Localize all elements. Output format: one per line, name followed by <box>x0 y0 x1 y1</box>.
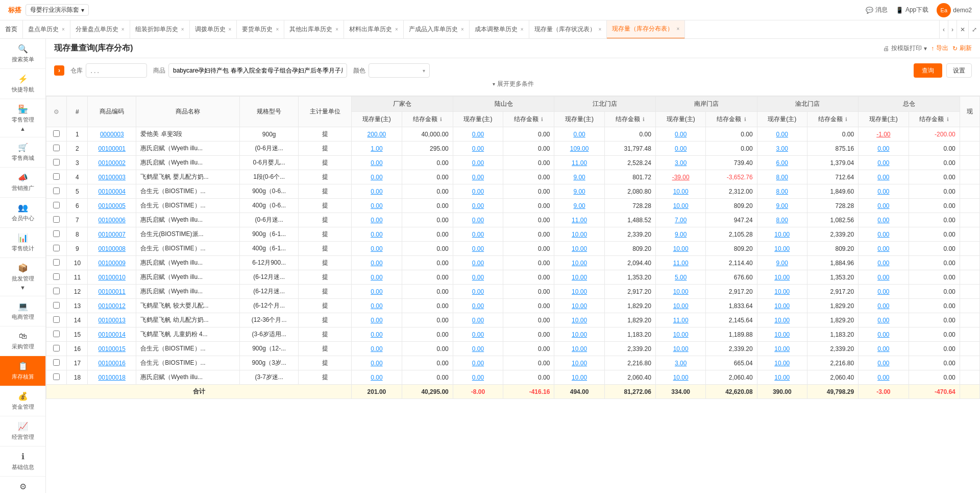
export-btn[interactable]: ↑ 导出 <box>931 44 948 53</box>
sidebar-item-system[interactable]: ⚙ 系统管理 <box>0 477 45 493</box>
tab-order[interactable]: 要货单历史 × <box>237 20 284 39</box>
factory-balance-info-icon[interactable]: ℹ <box>440 116 442 122</box>
cell-jiangbei-stock: 10.00 <box>554 356 604 370</box>
table-row: 5 00100004 合生元（BIOSTIME）... 900g（0-6... … <box>46 184 980 199</box>
expand-more-btn[interactable]: ▾ 展开更多条件 <box>54 78 972 90</box>
logo-text: 标搭 <box>8 6 21 15</box>
tab-stock-record2[interactable]: 分量盘点单历史 × <box>70 20 130 39</box>
cell-checkbox[interactable] <box>46 256 67 270</box>
close-stock-dist-icon[interactable]: × <box>676 26 679 32</box>
close-product-in-icon[interactable]: × <box>461 27 464 32</box>
summary-jiangbei-stock: 494.00 <box>554 385 604 399</box>
cell-checkbox[interactable] <box>46 170 67 184</box>
cell-spec: (6-12个月... <box>239 299 299 313</box>
system-icon: ⚙ <box>19 482 27 491</box>
close-stock-record2-icon[interactable]: × <box>121 27 125 32</box>
close-cost-adjust-icon[interactable]: × <box>521 27 524 32</box>
total-balance-info-icon[interactable]: ℹ <box>947 116 949 122</box>
cell-checkbox[interactable] <box>46 242 67 256</box>
settings-icon[interactable]: ⚙ <box>54 108 59 115</box>
close-stock-record-icon[interactable]: × <box>62 27 65 32</box>
user-area[interactable]: Ea demo2 <box>937 3 972 17</box>
sidebar-item-operation[interactable]: 📈 经营管理 <box>0 416 45 447</box>
cell-checkbox[interactable] <box>46 127 67 142</box>
sidebar-item-finance[interactable]: 💰 资金管理 <box>0 386 45 416</box>
sidebar-item-marketing[interactable]: 📣 营销推广 <box>0 168 45 198</box>
lushan-balance-info-icon[interactable]: ℹ <box>541 116 543 122</box>
sidebar-item-retail-store[interactable]: 🛒 零售商城 <box>0 137 45 168</box>
tab-product-in[interactable]: 产成品入库单历史 × <box>404 20 470 39</box>
tab-other-out[interactable]: 其他出库单历史 × <box>284 20 344 39</box>
jiangbei-balance-info-icon[interactable]: ℹ <box>643 116 645 122</box>
yubei-balance-info-icon[interactable]: ℹ <box>845 116 847 122</box>
cell-checkbox[interactable] <box>46 199 67 213</box>
nanao-balance-info-icon[interactable]: ℹ <box>744 116 746 122</box>
cell-checkbox[interactable] <box>46 184 67 199</box>
sidebar-item-ecommerce[interactable]: 💻 电商管理 <box>0 296 45 326</box>
cell-factory-stock: 0.00 <box>352 313 402 327</box>
tab-assemble[interactable]: 组装折卸单历史 × <box>130 20 190 39</box>
tab-nav-next[interactable]: › <box>948 20 957 39</box>
close-material-out-icon[interactable]: × <box>395 27 398 32</box>
cell-checkbox[interactable] <box>46 370 67 385</box>
search-icon: 🔍 <box>18 44 28 54</box>
tab-stock-dist[interactable]: 现存量（库存分布表） × <box>607 20 685 39</box>
sidebar-item-member[interactable]: 👥 会员中心 <box>0 198 45 228</box>
tab-close-all[interactable]: ✕ <box>957 20 968 39</box>
th-settings[interactable]: ⚙ <box>46 97 67 127</box>
warehouse-input[interactable] <box>86 63 147 78</box>
cell-name: 合生元（BIOSTIME）... <box>136 199 240 213</box>
cell-checkbox[interactable] <box>46 356 67 370</box>
cell-checkbox[interactable] <box>46 342 67 356</box>
search-btn[interactable]: 查询 <box>914 63 942 78</box>
close-transfer-icon[interactable]: × <box>229 27 232 32</box>
sidebar-item-retail-mgmt[interactable]: 🏪 零售管理 ▲ <box>0 99 45 137</box>
cell-checkbox[interactable] <box>46 299 67 313</box>
messages-btn[interactable]: 💬 消息 <box>866 6 888 14</box>
cell-checkbox[interactable] <box>46 142 67 156</box>
tab-expand[interactable]: ⤢ <box>968 20 980 39</box>
cell-jiangbei-balance: 2,080.80 <box>604 184 655 199</box>
cell-checkbox[interactable] <box>46 313 67 327</box>
org-select[interactable]: 母婴行业演示陈套 ▾ <box>26 4 89 16</box>
tab-stock-record[interactable]: 盘点单历史 × <box>23 20 70 39</box>
close-assemble-icon[interactable]: × <box>181 27 184 32</box>
app-download-btn[interactable]: 📱 App下载 <box>896 6 928 14</box>
close-order-icon[interactable]: × <box>276 27 279 32</box>
print-btn[interactable]: 🖨 按模版打印 ▾ <box>883 44 927 53</box>
th-product-name: 商品名称 <box>136 97 240 127</box>
tab-transfer[interactable]: 调拨单历史 × <box>190 20 237 39</box>
cell-checkbox[interactable] <box>46 327 67 342</box>
tab-home[interactable]: 首页 <box>0 20 23 39</box>
tab-material-out[interactable]: 材料出库单历史 × <box>344 20 404 39</box>
close-stock-status-icon[interactable]: × <box>599 27 602 32</box>
sidebar-item-base-info[interactable]: ℹ 基础信息 <box>0 447 45 477</box>
close-other-out-icon[interactable]: × <box>335 27 338 32</box>
cell-lushan-balance: 0.00 <box>503 342 554 356</box>
cell-checkbox[interactable] <box>46 213 67 227</box>
sidebar-item-purchase[interactable]: 🛍 采购管理 <box>0 326 45 356</box>
th-factory-stock: 现存量(主) <box>352 112 402 127</box>
tab-stock-status[interactable]: 现存量（库存状况表） × <box>529 20 607 39</box>
cell-total-stock: 0.00 <box>859 256 909 270</box>
cell-factory-stock: 0.00 <box>352 356 402 370</box>
tab-cost-adjust[interactable]: 成本调整单历史 × <box>470 20 529 39</box>
refresh-btn[interactable]: ↻ 刷新 <box>952 44 972 53</box>
color-input[interactable] <box>369 63 430 78</box>
cell-checkbox[interactable] <box>46 156 67 170</box>
cell-checkbox[interactable] <box>46 227 67 242</box>
tab-nav-prev[interactable]: ‹ <box>939 20 948 39</box>
cell-name: 飞鹤星飞帆 婴儿配方奶... <box>136 170 240 184</box>
cell-checkbox[interactable] <box>46 285 67 299</box>
sidebar-item-quick-nav[interactable]: ⚡ 快捷导航 <box>0 69 45 99</box>
product-input[interactable] <box>168 63 347 78</box>
table-row: 2 00100001 惠氏启赋（Wyeth illu... (0-6月迷... … <box>46 142 980 156</box>
sidebar-item-retail-stats[interactable]: 📊 零售统计 <box>0 228 45 258</box>
sidebar-item-inventory[interactable]: 📋 库存核算 <box>0 356 45 386</box>
sidebar-item-search[interactable]: 🔍 搜索英单 <box>0 39 45 69</box>
sidebar-item-inventory-label: 库存核算 <box>12 373 34 381</box>
cell-checkbox[interactable] <box>46 270 67 285</box>
sidebar-item-wholesale[interactable]: 📦 批发管理 ▼ <box>0 258 45 296</box>
collapse-filter-btn[interactable]: › <box>54 65 64 76</box>
settings-filter-btn[interactable]: 设置 <box>946 63 972 78</box>
